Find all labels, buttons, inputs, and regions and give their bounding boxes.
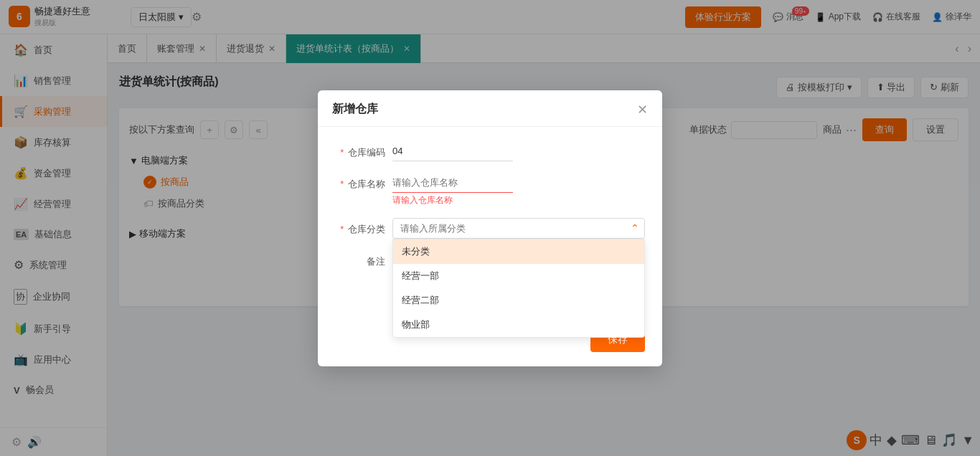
warehouse-name-row: * 仓库名称 请输入仓库名称 xyxy=(335,173,645,206)
warehouse-category-wrap: ⌃ 未分类 经营一部 经营二部 物业部 xyxy=(392,218,645,239)
warehouse-name-input[interactable] xyxy=(392,173,513,193)
new-warehouse-modal: 新增仓库 ✕ * 仓库编码 * 仓库名称 xyxy=(318,90,662,366)
modal-close-button[interactable]: ✕ xyxy=(637,102,648,118)
warehouse-code-input[interactable] xyxy=(392,141,513,161)
warehouse-memo-label: 备注 xyxy=(335,250,392,268)
modal-title: 新增仓库 xyxy=(332,102,378,117)
cat-option-unclassified[interactable]: 未分类 xyxy=(393,239,644,264)
warehouse-category-input[interactable] xyxy=(392,218,645,239)
warehouse-code-row: * 仓库编码 xyxy=(335,141,645,161)
warehouse-category-row: * 仓库分类 ⌃ 未分类 经营一部 经营二部 物业部 xyxy=(335,218,645,239)
warehouse-name-label: * 仓库名称 xyxy=(335,173,392,191)
warehouse-category-label: * 仓库分类 xyxy=(335,218,392,236)
cat-option-property[interactable]: 物业部 xyxy=(393,313,644,337)
warehouse-code-label: * 仓库编码 xyxy=(335,141,392,159)
warehouse-name-error: 请输入仓库名称 xyxy=(392,194,645,206)
modal-overlay: 新增仓库 ✕ * 仓库编码 * 仓库名称 xyxy=(0,0,980,456)
modal-header: 新增仓库 ✕ xyxy=(318,90,662,127)
cat-option-dept1[interactable]: 经营一部 xyxy=(393,264,644,288)
category-dropdown: 未分类 经营一部 经营二部 物业部 xyxy=(392,239,645,338)
modal-body: * 仓库编码 * 仓库名称 请输入仓库名称 xyxy=(318,127,662,319)
cat-option-dept2[interactable]: 经营二部 xyxy=(393,288,644,313)
